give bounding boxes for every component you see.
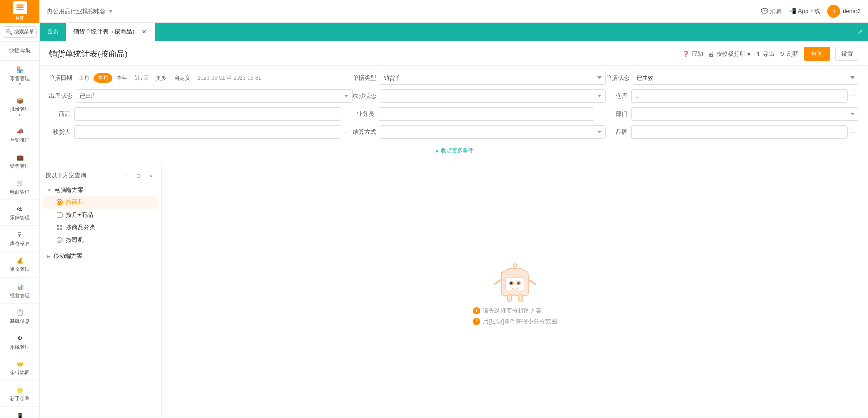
sidebar-item-newbie[interactable]: 🌟 新手引导 [0,381,39,407]
warehouse-dots[interactable]: ··· [848,92,859,100]
brand-dots[interactable]: ··· [848,128,859,136]
salesperson-dots[interactable]: ··· [594,110,606,118]
search-menu-button[interactable]: 🔍 帮助 搜索菜单 [3,26,37,38]
empty-tip-2: 2 用[过滤]条件来缩小分析范围 [473,318,557,326]
desktop-scheme-label: 电脑端方案 [54,186,84,194]
empty-illustration [488,257,542,302]
goods-input[interactable] [74,107,341,121]
scheme-by-goods-label: 按商品 [66,198,84,206]
payment-status-select[interactable] [380,89,606,103]
scheme-by-category[interactable]: 按商品分类 [43,221,158,234]
sidebar-item-basic[interactable]: 📋 基础信息 [0,304,39,329]
help-button[interactable]: ❓ 帮助 [682,50,703,58]
scheme-by-driver[interactable]: 按司机 [43,234,158,247]
topbar-dropdown-button[interactable]: ▾ [109,8,112,14]
department-select[interactable] [631,107,859,121]
user-menu[interactable]: d demo2 [827,5,861,18]
settings-scheme-button[interactable]: ⊙ [133,171,143,180]
scheme-by-month-goods[interactable]: 按月+商品 [43,209,158,221]
sidebar-item-ecommerce[interactable]: 🛒 电商管理 [0,174,39,200]
query-button[interactable]: 查询 [804,47,830,61]
doc-type-select[interactable]: 销货单 [380,71,606,85]
quick-nav-button[interactable]: 快捷导航 [3,45,37,57]
filter-area: 单据日期 上月 本月 本年 近7天 更多 自定义 2023-03-01 至 20… [40,66,868,164]
tab-home[interactable]: 首页 [40,23,66,41]
logo[interactable]: 标账 [0,0,39,23]
salesperson-input[interactable] [378,107,594,121]
sidebar-item-purchase[interactable]: 🛍 采购管理 [0,200,39,226]
goods-label: 商品 [49,110,74,118]
svg-point-20 [513,264,517,267]
sidebar-item-marketing-label: 营销推广 [10,137,30,143]
settlement-select[interactable] [380,125,606,139]
sidebar-item-retail-label: 零售管理 [10,76,30,81]
collapse-more-button[interactable]: ∧ 收起更多条件 [49,143,859,158]
date-7days[interactable]: 近7天 [132,73,151,83]
receiver-input[interactable] [74,125,341,139]
sidebar-item-retail[interactable]: 🏪 零售管理 ▾ [0,61,39,91]
help-label: 帮助 [691,50,703,58]
warehouse-input[interactable] [631,89,848,103]
sidebar-item-enterprise[interactable]: 🤝 企业协同 [0,355,39,381]
date-custom[interactable]: 自定义 [171,73,193,83]
template-print-button[interactable]: 🖨 按模板打印 ▾ [708,50,750,58]
desktop-scheme-parent[interactable]: ▼ 电脑端方案 [43,184,158,196]
scheme-category-icon [56,224,63,231]
tree-expand-icon: ▼ [47,188,52,193]
sidebar-item-finance[interactable]: 💰 资金管理 [0,252,39,277]
sidebar-item-system[interactable]: ⚙ 系统管理 [0,329,39,355]
export-button[interactable]: ⬆ 导出 [756,50,774,58]
svg-rect-6 [57,225,59,227]
app-download-label: App下载 [798,7,820,15]
right-content: 1 请先选择要分析的方案 2 用[过滤]条件来缩小分析范围 [162,164,868,418]
filter-warehouse: 仓库 ··· [606,89,859,103]
date-more[interactable]: 更多 [153,73,170,83]
svg-rect-2 [57,213,62,217]
doc-status-label: 单据状态 [606,74,633,82]
sidebar-item-inventory[interactable]: 🗄 库存核算 [0,226,39,252]
sidebar-item-finance-label: 资金管理 [10,266,30,272]
refresh-icon: ↻ [780,51,785,57]
settings-button[interactable]: 设置 [835,47,859,61]
avatar: d [827,5,840,18]
export-icon: ⬆ [756,51,761,57]
tip1-num: 1 [473,307,480,314]
mobile-scheme-parent[interactable]: ▶ 移动端方案 [43,250,158,262]
search-text: 搜索菜单 [14,28,34,35]
empty-text: 1 请先选择要分析的方案 2 用[过滤]条件来缩小分析范围 [473,307,557,326]
date-this-year[interactable]: 本年 [114,73,130,83]
goods-dots[interactable]: ··· [341,110,353,118]
add-icon: ＋ [123,171,129,180]
date-last-month[interactable]: 上月 [76,73,92,83]
app-download-button[interactable]: 📲 App下载 [789,7,820,15]
sidebar-item-marketing[interactable]: 📣 营销推广 [0,122,39,148]
print-icon: 🖨 [708,51,714,57]
receiver-dots[interactable]: ··· [341,128,353,136]
add-scheme-button[interactable]: ＋ [121,171,131,180]
sidebar-item-basic-label: 基础信息 [10,318,30,324]
sidebar-item-appcenter[interactable]: 📱 应用中心 [0,407,39,418]
operations-icon: 📊 [15,282,24,291]
scheme-by-category-label: 按商品分类 [66,223,95,232]
tab-maximize-button[interactable]: ⤢ [857,28,868,36]
doc-status-select[interactable]: 已生效 [633,71,859,85]
scheme-by-goods[interactable]: 按商品 [43,196,158,209]
sidebar-item-purchase-label: 采购管理 [10,215,30,221]
date-this-month[interactable]: 本月 [94,73,112,83]
message-button[interactable]: 💬 消息 [761,7,782,15]
stock-status-select[interactable]: 已出库 [76,89,353,103]
gear-icon: ⊙ [136,172,141,179]
sidebar-item-operations[interactable]: 📊 经营管理 [0,278,39,304]
collapse-panel-button[interactable]: « [146,171,156,180]
collapse-label: 收起更多条件 [441,147,473,155]
svg-rect-9 [60,228,62,230]
brand-input[interactable] [631,125,848,139]
tab-close-button[interactable]: ✕ [141,28,148,35]
sidebar-item-sales[interactable]: 💼 销售管理 [0,148,39,174]
mobile-scheme-label: 移动端方案 [53,252,83,260]
sidebar-item-wholesale[interactable]: 📦 批发管理 ▴ [0,91,39,122]
refresh-button[interactable]: ↻ 刷新 [780,50,798,58]
tab-stats[interactable]: 销货单统计表（按商品） ✕ [66,23,155,41]
svg-point-16 [517,282,519,284]
tab-bar: 首页 销货单统计表（按商品） ✕ ⤢ [40,23,868,41]
